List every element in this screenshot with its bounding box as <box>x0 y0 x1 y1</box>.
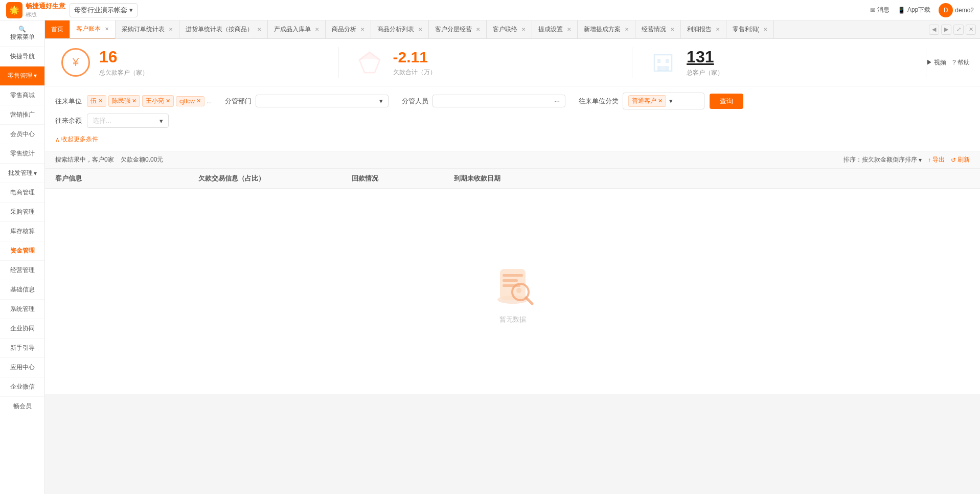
tab-label: 采购订单统计表 <box>122 25 165 34</box>
tab-close-icon[interactable]: ✕ <box>567 27 571 32</box>
tab-close-icon[interactable]: ✕ <box>716 27 720 32</box>
tab-purchase-order-stat[interactable]: 采购订单统计表 ✕ <box>116 20 179 39</box>
sidebar-item-finance[interactable]: 资金管理 <box>0 241 44 261</box>
video-help-button[interactable]: ▶ 视频 <box>926 58 946 67</box>
tab-customer-contact[interactable]: 客户联络 ✕ <box>487 20 532 39</box>
sidebar-item-vip[interactable]: 畅会员 <box>0 397 44 416</box>
sidebar-item-app-center[interactable]: 应用中心 <box>0 358 44 377</box>
tab-operation-status[interactable]: 经营情况 ✕ <box>635 20 681 39</box>
sidebar-item-label: 新手引导 <box>10 344 35 351</box>
tab-next-button[interactable]: ▶ <box>941 25 951 35</box>
filter-tag-wu[interactable]: 伍 ✕ <box>87 95 106 107</box>
tab-label: 经营情况 <box>642 25 666 34</box>
app-download-button[interactable]: 📱 App下载 <box>898 6 930 14</box>
tab-close-all-button[interactable]: ✕ <box>966 25 976 35</box>
message-button[interactable]: ✉ 消息 <box>870 6 890 14</box>
tab-close-icon[interactable]: ✕ <box>418 27 422 32</box>
tag-close-icon[interactable]: ✕ <box>132 98 136 104</box>
tab-stock-stat[interactable]: 进货单统计表（按商品） ✕ <box>179 20 268 39</box>
category-select[interactable]: 普通客户 ✕ ▾ <box>623 93 704 109</box>
tab-production-stock[interactable]: 产成品入库单 ✕ <box>268 20 326 39</box>
tab-goods-analysis-list[interactable]: 商品分析列表 ✕ <box>371 20 429 39</box>
sidebar-item-purchase[interactable]: 采购管理 <box>0 203 44 222</box>
search-icon: 🔍 <box>18 26 26 33</box>
collapse-label: 收起更多条件 <box>61 135 98 144</box>
sidebar-item-member[interactable]: 会员中心 <box>0 125 44 144</box>
person-select[interactable]: ··· <box>432 95 565 107</box>
store-selector[interactable]: 母婴行业演示帐套 ▾ <box>70 3 138 17</box>
sidebar-item-retail-mgmt[interactable]: 零售管理 ▾ <box>0 66 44 86</box>
stat-item-customers: ¥ 16 总欠款客户（家） <box>55 47 339 78</box>
refresh-button[interactable]: ↺ 刷新 <box>951 155 970 164</box>
sidebar-item-operation[interactable]: 经营管理 <box>0 261 44 280</box>
stat-text-debt: -2.11 欠款合计（万） <box>393 49 436 77</box>
sidebar-item-enterprise[interactable]: 企业协同 <box>0 319 44 339</box>
more-tags-button[interactable]: ... <box>207 98 212 105</box>
tab-close-icon[interactable]: ✕ <box>763 27 767 32</box>
search-menu-button[interactable]: 🔍 搜索菜单 <box>0 20 44 47</box>
sidebar-item-wholesale[interactable]: 批发管理 ▾ <box>0 164 44 183</box>
tab-close-icon[interactable]: ✕ <box>315 27 319 32</box>
sidebar-item-retail-stat[interactable]: 零售统计 <box>0 144 44 164</box>
query-button[interactable]: 查询 <box>710 94 743 109</box>
sort-icon: ▾ <box>919 156 922 164</box>
app-label: App下载 <box>907 6 930 14</box>
help-button[interactable]: ? 帮助 <box>952 58 970 67</box>
top-bar: 🌟 畅捷通好生意 标版 母婴行业演示帐套 ▾ ✉ 消息 📱 App下载 D de… <box>0 0 980 20</box>
tab-close-icon[interactable]: ✕ <box>670 27 674 32</box>
category-tag-close[interactable]: ✕ <box>658 98 663 104</box>
tab-fullscreen-button[interactable]: ⤢ <box>953 25 964 35</box>
tag-close-icon[interactable]: ✕ <box>166 98 170 104</box>
stat-label-customers: 总欠款客户（家） <box>99 69 148 77</box>
filter-tag-wang[interactable]: 王小亮 ✕ <box>142 95 174 107</box>
collapse-button[interactable]: ∧ 收起更多条件 <box>55 132 970 145</box>
message-label: 消息 <box>877 6 890 14</box>
tab-raise-settings[interactable]: 提成设置 ✕ <box>532 20 578 39</box>
tab-goods-analysis[interactable]: 商品分析 ✕ <box>326 20 371 39</box>
sidebar-item-inventory[interactable]: 库存核算 <box>0 222 44 241</box>
sidebar-item-wecom[interactable]: 企业微信 <box>0 377 44 397</box>
export-button[interactable]: ↑ 导出 <box>928 155 945 164</box>
tab-profit-report[interactable]: 利润报告 ✕ <box>681 20 726 39</box>
tab-close-icon[interactable]: ✕ <box>625 27 629 32</box>
main-layout: 🔍 搜索菜单 快捷导航 零售管理 ▾ 零售商城 营销推广 会员中心 零售统计 批… <box>0 20 980 494</box>
logo-text: 畅捷通好生意 标版 <box>26 2 65 18</box>
sidebar-item-sys-mgmt[interactable]: 系统管理 <box>0 300 44 319</box>
filter-row-balance: 往来余额 选择... ▾ <box>55 114 970 128</box>
user-profile-button[interactable]: D demo2 <box>939 3 974 17</box>
filter-tag-cjttcw[interactable]: cjttcw ✕ <box>176 96 204 106</box>
dept-dropdown-icon: ▾ <box>379 97 383 105</box>
tab-new-raise[interactable]: 新增提成方案 ✕ <box>578 20 635 39</box>
tab-close-icon[interactable]: ✕ <box>521 27 526 32</box>
sidebar-item-retail-mall[interactable]: 零售商城 <box>0 86 44 105</box>
tab-close-icon[interactable]: ✕ <box>169 27 173 32</box>
sidebar-item-marketing[interactable]: 营销推广 <box>0 105 44 125</box>
tag-close-icon[interactable]: ✕ <box>196 98 201 104</box>
tab-customer-segment[interactable]: 客户分层经营 ✕ <box>429 20 487 39</box>
sidebar-item-quick-nav[interactable]: 快捷导航 <box>0 47 44 66</box>
tag-close-icon[interactable]: ✕ <box>98 98 103 104</box>
stat-text-customers: 16 总欠款客户（家） <box>99 48 148 77</box>
sidebar-item-label: 经营管理 <box>10 266 35 274</box>
sidebar-item-guide[interactable]: 新手引导 <box>0 339 44 358</box>
tab-close-icon[interactable]: ✕ <box>360 27 364 32</box>
sort-button[interactable]: 排序：按欠款金额倒序排序 ▾ <box>844 155 922 164</box>
home-tab-label: 首页 <box>51 25 63 34</box>
dept-select[interactable]: ▾ <box>256 95 389 107</box>
tab-home[interactable]: 首页 <box>45 20 70 39</box>
tab-prev-button[interactable]: ◀ <box>929 25 939 35</box>
sidebar-item-basic-info[interactable]: 基础信息 <box>0 280 44 300</box>
tab-close-icon[interactable]: ✕ <box>476 27 480 32</box>
tab-close-icon[interactable]: ✕ <box>105 26 109 32</box>
balance-select[interactable]: 选择... ▾ <box>87 114 169 128</box>
tab-label: 新增提成方案 <box>584 25 621 34</box>
category-filter-label: 往来单位分类 <box>579 97 619 106</box>
tab-label: 客户账本 <box>76 25 101 33</box>
sidebar-item-ecommerce[interactable]: 电商管理 <box>0 183 44 203</box>
tab-retail-profit[interactable]: 零售利润( ✕ <box>726 20 774 39</box>
stat-label-debt: 欠款合计（万） <box>393 68 436 77</box>
filter-tag-chen[interactable]: 陈民强 ✕ <box>108 95 140 107</box>
stat-text-total-customers: 131 总客户（家） <box>687 48 723 77</box>
tab-customer-book[interactable]: 客户账本 ✕ <box>70 20 116 39</box>
tab-close-icon[interactable]: ✕ <box>257 27 261 32</box>
